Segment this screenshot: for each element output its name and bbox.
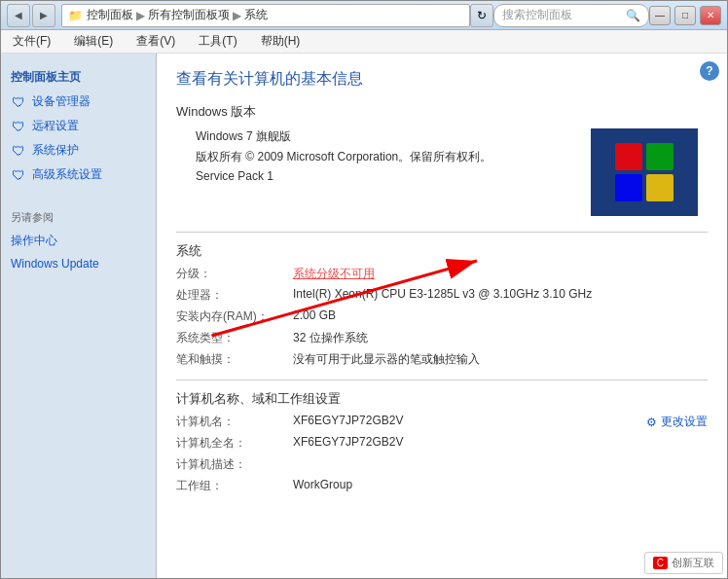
computer-fullname-label: 计算机全名： xyxy=(176,435,293,452)
watermark: C 创新互联 xyxy=(644,552,723,574)
sidebar-item-action-center[interactable]: 操作中心 xyxy=(1,229,156,253)
back-button[interactable]: ◀ xyxy=(7,4,30,27)
menu-tools[interactable]: 工具(T) xyxy=(195,31,240,52)
computer-desc-value xyxy=(293,456,708,473)
computer-section: 计算机名称、域和工作组设置 计算机名： XF6EGY7JP72GB2V ⚙ 更改… xyxy=(176,390,708,494)
device-manager-icon: 🛡 xyxy=(11,94,26,110)
watermark-text: 创新互联 xyxy=(672,556,714,570)
refresh-button[interactable]: ↻ xyxy=(470,4,493,27)
workgroup-value: WorkGroup xyxy=(293,478,708,494)
computer-section-title: 计算机名称、域和工作组设置 xyxy=(176,390,708,408)
sidebar: 控制面板主页 🛡 设备管理器 🛡 远程设置 🛡 系统保护 🛡 高级系统设置 另请… xyxy=(1,54,157,578)
windows-version-block: Windows 7 旗舰版 版权所有 © 2009 Microsoft Corp… xyxy=(176,128,708,216)
processor-row: 处理器： Intel(R) Xeon(R) CPU E3-1285L v3 @ … xyxy=(176,287,708,304)
computer-desc-label: 计算机描述： xyxy=(176,456,293,473)
title-address-path: 📁 控制面板 ▶ 所有控制面板项 ▶ 系统 xyxy=(61,4,470,27)
minimize-button[interactable]: — xyxy=(649,6,671,25)
system-section-title: 系统 xyxy=(176,242,708,260)
path-part-2: 所有控制面板项 xyxy=(148,7,230,23)
path-part-3: 系统 xyxy=(244,7,268,23)
ram-label: 安装内存(RAM)： xyxy=(176,308,293,325)
touch-row: 笔和触摸： 没有可用于此显示器的笔或触控输入 xyxy=(176,351,708,368)
sep1: ▶ xyxy=(136,9,145,22)
computer-name-row: 计算机名： XF6EGY7JP72GB2V ⚙ 更改设置 xyxy=(176,414,708,430)
forward-button[interactable]: ▶ xyxy=(32,4,55,27)
main-window: ◀ ▶ 📁 控制面板 ▶ 所有控制面板项 ▶ 系统 ↻ 搜索控制面板 🔍 — □… xyxy=(0,0,728,579)
svg-rect-1 xyxy=(646,143,673,170)
close-button[interactable]: ✕ xyxy=(700,6,721,25)
divider-2 xyxy=(176,380,708,380)
computer-name-label: 计算机名： xyxy=(176,414,293,430)
service-pack: Service Pack 1 xyxy=(176,169,591,183)
sidebar-item-advanced[interactable]: 🛡 高级系统设置 xyxy=(1,163,156,187)
title-bar: ◀ ▶ 📁 控制面板 ▶ 所有控制面板项 ▶ 系统 ↻ 搜索控制面板 🔍 — □… xyxy=(1,1,727,30)
action-center-label: 操作中心 xyxy=(11,233,57,249)
protection-icon: 🛡 xyxy=(11,143,26,159)
system-section: 系统 分级： 系统分级不可用 处理器： Intel(R) Xeon(R) CPU… xyxy=(176,242,708,368)
sidebar-main-title: 控制面板主页 xyxy=(1,63,156,90)
titlebar-nav: ◀ ▶ xyxy=(7,4,55,27)
copyright: 版权所有 © 2009 Microsoft Corporation。保留所有权利… xyxy=(176,149,591,165)
version-info: Windows 7 旗舰版 版权所有 © 2009 Microsoft Corp… xyxy=(176,128,591,216)
sidebar-item-label-advanced: 高级系统设置 xyxy=(32,166,102,183)
menu-view[interactable]: 查看(V) xyxy=(132,31,179,52)
windows-logo xyxy=(591,128,698,216)
watermark-icon: C xyxy=(653,557,668,569)
system-type-value: 32 位操作系统 xyxy=(293,330,708,346)
change-settings-label: 更改设置 xyxy=(661,414,708,430)
svg-rect-0 xyxy=(615,143,642,170)
sidebar-item-device-manager[interactable]: 🛡 设备管理器 xyxy=(1,90,156,114)
sidebar-item-label-remote: 远程设置 xyxy=(32,118,79,134)
rating-value[interactable]: 系统分级不可用 xyxy=(293,266,708,282)
svg-rect-2 xyxy=(615,174,642,201)
path-part-1: 控制面板 xyxy=(87,7,133,23)
sep2: ▶ xyxy=(233,9,241,22)
sidebar-item-protection[interactable]: 🛡 系统保护 xyxy=(1,138,156,163)
ram-value: 2.00 GB xyxy=(293,308,708,325)
advanced-icon: 🛡 xyxy=(11,167,26,183)
main-area: 控制面板主页 🛡 设备管理器 🛡 远程设置 🛡 系统保护 🛡 高级系统设置 另请… xyxy=(1,54,727,578)
computer-name-value: XF6EGY7JP72GB2V xyxy=(293,414,646,430)
help-button[interactable]: ? xyxy=(700,61,719,81)
content-area: ? 查看有关计算机的基本信息 Windows 版本 Windows 7 旗舰版 … xyxy=(157,54,727,578)
divider-1 xyxy=(176,232,708,233)
touch-label: 笔和触摸： xyxy=(176,351,293,368)
rating-label: 分级： xyxy=(176,266,293,282)
rating-row: 分级： 系统分级不可用 xyxy=(176,266,708,282)
search-placeholder: 搜索控制面板 xyxy=(502,7,572,23)
workgroup-row: 工作组： WorkGroup xyxy=(176,478,708,494)
sidebar-bottom-title: 另请参阅 xyxy=(1,206,156,229)
folder-icon: 📁 xyxy=(68,9,83,22)
remote-icon: 🛡 xyxy=(11,119,26,134)
menu-bar: 文件(F) 编辑(E) 查看(V) 工具(T) 帮助(H) xyxy=(1,30,727,54)
change-settings-link[interactable]: ⚙ 更改设置 xyxy=(646,414,708,430)
menu-help[interactable]: 帮助(H) xyxy=(257,31,305,52)
processor-value: Intel(R) Xeon(R) CPU E3-1285L v3 @ 3.10G… xyxy=(293,287,708,304)
menu-file[interactable]: 文件(F) xyxy=(9,31,55,52)
windows-logo-svg xyxy=(610,138,678,206)
sidebar-item-label-protection: 系统保护 xyxy=(32,142,79,159)
menu-edit[interactable]: 编辑(E) xyxy=(70,31,117,52)
computer-fullname-row: 计算机全名： XF6EGY7JP72GB2V xyxy=(176,435,708,452)
computer-desc-row: 计算机描述： xyxy=(176,456,708,473)
change-icon: ⚙ xyxy=(646,416,657,429)
windows-version-header: Windows 版本 xyxy=(176,103,708,121)
sidebar-item-windows-update[interactable]: Windows Update xyxy=(1,253,156,274)
system-type-label: 系统类型： xyxy=(176,330,293,346)
search-icon: 🔍 xyxy=(626,9,640,22)
windows-update-label: Windows Update xyxy=(11,257,99,271)
version-name: Windows 7 旗舰版 xyxy=(176,128,591,145)
ram-row: 安装内存(RAM)： 2.00 GB xyxy=(176,308,708,325)
window-controls: — □ ✕ xyxy=(649,6,721,25)
sidebar-bottom: 另请参阅 操作中心 Windows Update xyxy=(1,206,156,274)
computer-fullname-value: XF6EGY7JP72GB2V xyxy=(293,435,708,452)
touch-value: 没有可用于此显示器的笔或触控输入 xyxy=(293,351,708,368)
restore-button[interactable]: □ xyxy=(674,6,696,25)
sidebar-item-remote[interactable]: 🛡 远程设置 xyxy=(1,114,156,138)
svg-rect-3 xyxy=(646,174,673,201)
system-type-row: 系统类型： 32 位操作系统 xyxy=(176,330,708,346)
processor-label: 处理器： xyxy=(176,287,293,304)
content-title: 查看有关计算机的基本信息 xyxy=(176,69,708,90)
search-box[interactable]: 搜索控制面板 🔍 xyxy=(493,4,649,27)
sidebar-item-label-device: 设备管理器 xyxy=(32,93,91,110)
